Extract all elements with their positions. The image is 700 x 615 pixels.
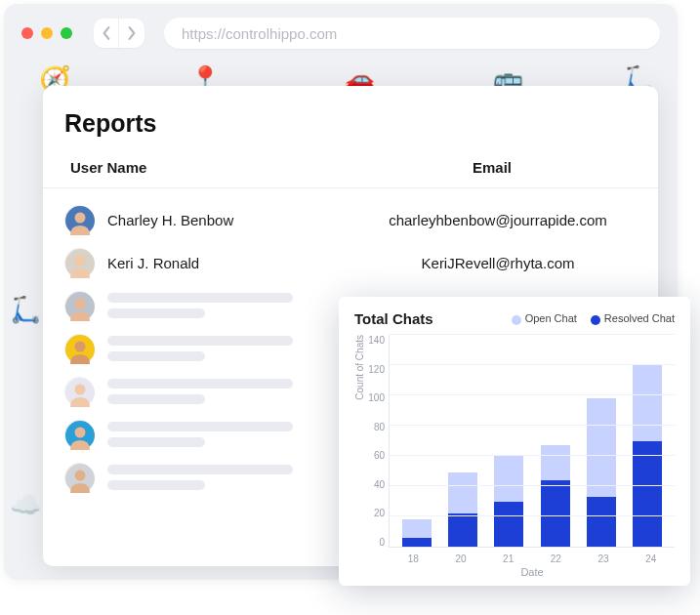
chart-title: Total Chats	[354, 310, 433, 327]
legend-resolved-label: Resolved Chat	[604, 312, 675, 324]
y-tick: 20	[374, 508, 385, 518]
bar-segment-open	[448, 472, 477, 513]
y-tick: 100	[368, 392, 385, 403]
close-window-icon[interactable]	[21, 27, 33, 39]
column-header-email: Email	[353, 159, 631, 176]
forward-button[interactable]	[119, 19, 144, 48]
chevron-right-icon	[127, 26, 137, 40]
svg-point-7	[75, 342, 86, 352]
url-bar[interactable]: https://controlhippo.com	[164, 18, 660, 49]
page-title: Reports	[43, 86, 658, 145]
url-text: https://controlhippo.com	[182, 25, 337, 42]
legend-dot-resolved-icon	[591, 315, 600, 325]
y-tick: 80	[374, 422, 385, 432]
avatar	[64, 420, 94, 449]
user-email: charleyhbenbow@jourrapide.com	[365, 212, 631, 228]
back-button[interactable]	[94, 19, 119, 48]
x-axis-ticks: 182021222324	[354, 554, 675, 564]
avatar	[64, 205, 94, 234]
svg-point-9	[75, 385, 86, 395]
bar-segment-resolved	[448, 513, 477, 547]
chevron-left-icon	[102, 26, 111, 40]
grid-line	[390, 394, 675, 395]
grid-line	[390, 515, 675, 516]
user-name: Keri J. Ronald	[107, 255, 351, 271]
grid-line	[390, 455, 675, 456]
bar-segment-resolved	[587, 497, 616, 547]
y-tick: 120	[368, 364, 385, 375]
maximize-window-icon[interactable]	[61, 27, 72, 39]
grid-line	[390, 334, 675, 335]
svg-point-1	[75, 213, 86, 224]
avatar	[64, 291, 94, 320]
x-tick: 24	[627, 554, 675, 564]
legend-dot-open-icon	[512, 315, 521, 325]
y-axis-ticks: 140120100806040200	[365, 335, 389, 548]
avatar	[64, 248, 94, 277]
total-chats-chart-card: Total Chats Open Chat Resolved Chat Coun…	[339, 297, 690, 586]
legend-open-label: Open Chat	[525, 312, 577, 324]
legend-resolved-chat: Resolved Chat	[591, 312, 675, 324]
bar-segment-open	[402, 519, 432, 538]
bar-segment-open	[587, 398, 616, 497]
y-tick: 40	[374, 479, 385, 490]
svg-point-13	[75, 471, 86, 481]
nav-buttons	[94, 19, 144, 48]
x-tick: 23	[580, 554, 628, 564]
table-row[interactable]: Charley H. Benbowcharleyhbenbow@jourrapi…	[64, 198, 631, 241]
y-tick: 0	[379, 537, 385, 548]
y-tick: 60	[374, 450, 385, 461]
avatar	[64, 377, 94, 406]
table-row[interactable]: Keri J. RonaldKeriJRevell@rhyta.com	[64, 241, 631, 284]
x-tick: 21	[484, 554, 532, 564]
grid-line	[390, 364, 675, 365]
avatar	[64, 463, 94, 492]
y-axis-label: Count of Chats	[354, 335, 365, 400]
bar-segment-open	[541, 445, 570, 480]
svg-point-3	[75, 256, 86, 266]
x-tick: 22	[532, 554, 580, 564]
chart-legend: Open Chat Resolved Chat	[512, 312, 675, 324]
bar-segment-open	[494, 456, 523, 502]
x-tick: 18	[390, 554, 437, 564]
reports-table-header: User Name Email	[43, 145, 658, 188]
bar-segment-resolved	[402, 538, 432, 547]
x-axis-label: Date	[354, 566, 675, 578]
avatar	[64, 334, 94, 363]
minimize-window-icon[interactable]	[41, 27, 53, 39]
y-tick: 140	[368, 335, 385, 346]
svg-point-11	[75, 428, 86, 438]
bar-segment-resolved	[494, 502, 523, 548]
bar-segment-open	[633, 365, 662, 441]
bar-segment-resolved	[541, 480, 570, 547]
user-email: KeriJRevell@rhyta.com	[365, 255, 631, 271]
bar-segment-resolved	[633, 441, 662, 548]
svg-point-5	[75, 299, 86, 309]
traffic-lights	[21, 27, 72, 39]
chart-body: Count of Chats 140120100806040200	[354, 335, 675, 548]
column-header-username: User Name	[70, 159, 353, 176]
x-tick: 20	[437, 554, 485, 564]
grid-line	[390, 425, 675, 426]
grid-line	[390, 485, 675, 486]
y-axis-wrapper: Count of Chats	[354, 335, 365, 548]
chart-header: Total Chats Open Chat Resolved Chat	[354, 310, 675, 327]
user-name: Charley H. Benbow	[107, 212, 351, 228]
chart-plot-area	[389, 335, 675, 548]
browser-chrome: https://controlhippo.com	[4, 4, 678, 62]
legend-open-chat: Open Chat	[512, 312, 577, 324]
